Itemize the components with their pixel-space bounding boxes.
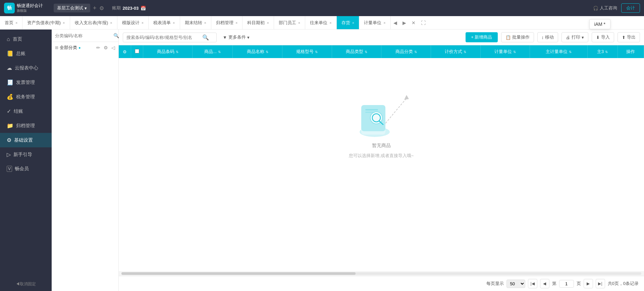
col-price-method: 计价方式 ⇅ xyxy=(431,45,480,58)
sort-spec[interactable]: ⇅ xyxy=(315,50,318,54)
tab-nav-prev[interactable]: ◀ xyxy=(391,16,400,29)
tab-home[interactable]: 首页 × xyxy=(0,16,22,29)
tab-income[interactable]: 收入支出表(年报) × xyxy=(70,16,117,29)
page-next-button[interactable]: ▶ xyxy=(584,279,593,288)
table-header: ⚙ 商品条码 ⇅ xyxy=(119,45,644,58)
sort-barcode[interactable]: ⇅ xyxy=(176,50,178,54)
category-search-input[interactable] xyxy=(55,33,111,38)
category-search-icon[interactable]: 🔍 xyxy=(113,33,119,38)
sort-category[interactable]: ⇅ xyxy=(414,50,417,54)
tab-close-balance[interactable]: × xyxy=(63,21,65,25)
add-category-icon[interactable]: ⚙ xyxy=(104,45,108,50)
sidebar-item-tax[interactable]: 💰 税务管理 xyxy=(0,90,52,104)
batch-icon: 📋 xyxy=(505,35,511,40)
scroll-thumb[interactable] xyxy=(121,272,356,275)
sidebar-toggle-pin[interactable]: ◀取消固定 xyxy=(0,277,52,291)
left-panel: 🔍 ⊞ 全部分类 ● ✏ ⚙ ◁ xyxy=(52,30,119,291)
tax-icon: 💰 xyxy=(7,94,13,100)
filter-dropdown-icon: ▾ xyxy=(247,35,250,40)
collapse-panel-icon[interactable]: ◁ xyxy=(111,45,115,50)
col-code: 商品... ⇅ xyxy=(193,45,233,58)
sidebar-item-invoice[interactable]: 🧾 发票管理 xyxy=(0,75,52,90)
tab-close-tax[interactable]: × xyxy=(173,21,175,25)
add-tab-button[interactable]: + xyxy=(93,5,97,12)
page-number-input[interactable] xyxy=(559,280,574,288)
move-button[interactable]: ↕ 移动 xyxy=(537,32,558,42)
tab-close-unit[interactable]: × xyxy=(383,21,385,25)
product-search-input[interactable] xyxy=(126,35,200,40)
sidebar-item-ledger[interactable]: 📒 总账 xyxy=(0,46,52,61)
sort-price[interactable]: ⇅ xyxy=(464,50,466,54)
tab-close-period[interactable]: × xyxy=(204,21,206,25)
tab-close-customer[interactable]: × xyxy=(329,21,331,25)
sort-code[interactable]: ⇅ xyxy=(218,50,221,54)
sidebar-item-settings[interactable]: ⚙ 基础设置 xyxy=(0,133,52,147)
sidebar-item-guide[interactable]: ▷ 新手引导 xyxy=(0,147,52,162)
sort-main3[interactable]: ⇅ xyxy=(605,50,608,54)
sort-type[interactable]: ⇅ xyxy=(365,50,367,54)
tab-dept[interactable]: 部门员工 × xyxy=(274,16,305,29)
category-search-area: 🔍 xyxy=(52,30,118,42)
tab-balance[interactable]: 资产负债表(中期) × xyxy=(22,16,70,29)
tab-close-all[interactable]: ✕ xyxy=(409,16,418,29)
page-last-button[interactable]: ▶| xyxy=(596,279,605,288)
col-unit: 计量单位 ⇅ xyxy=(480,45,530,58)
tab-close-archive[interactable]: × xyxy=(235,21,237,25)
logo-area: 畅 畅捷通好会计 旗舰版 xyxy=(4,3,51,13)
tab-unit[interactable]: 计量单位 × xyxy=(359,16,390,29)
tab-expand[interactable]: ⛶ xyxy=(418,16,428,29)
account-button[interactable]: 会计 xyxy=(621,3,640,13)
page-prev-button[interactable]: ◀ xyxy=(540,279,549,288)
page-size-select[interactable]: 20 50 100 xyxy=(506,280,525,288)
tab-customer[interactable]: 往来单位 × xyxy=(305,16,336,29)
col-spec: 规格型号 ⇅ xyxy=(282,45,332,58)
tab-template[interactable]: 模版设计 × xyxy=(117,16,149,29)
batch-operation-button[interactable]: 📋 批量操作 xyxy=(501,32,534,42)
tab-period-close[interactable]: 期末结转 × xyxy=(180,16,211,29)
tab-nav-next[interactable]: ▶ xyxy=(400,16,409,29)
sort-unit[interactable]: ⇅ xyxy=(513,50,516,54)
col-main-unit: 主计量单位 ⇅ xyxy=(530,45,587,58)
edit-category-icon[interactable]: ✏ xyxy=(96,45,100,50)
sidebar-item-home[interactable]: ⌂ 首页 xyxy=(0,32,52,46)
iam-badge[interactable]: iAM * xyxy=(589,19,610,29)
page-first-button[interactable]: |◀ xyxy=(528,279,537,288)
company-selector[interactable]: 基层工会测试 ▾ xyxy=(54,4,90,12)
tab-subject[interactable]: 科目期初 × xyxy=(243,16,274,29)
tab-archive[interactable]: 归档管理 × xyxy=(211,16,243,29)
sidebar-item-member[interactable]: V 畅会员 xyxy=(0,162,52,176)
tab-close-home[interactable]: × xyxy=(15,21,17,25)
sidebar-item-reports[interactable]: ☁ 云报表中心 xyxy=(0,61,52,75)
tab-tax[interactable]: 税表清单 × xyxy=(149,16,180,29)
company-name: 基层工会测试 xyxy=(57,5,83,11)
horizontal-scrollbar[interactable] xyxy=(119,271,644,276)
tab-inventory[interactable]: 存货 × xyxy=(337,16,359,29)
tab-close-dept[interactable]: × xyxy=(298,21,300,25)
import-button[interactable]: ⬇ 导入 xyxy=(592,32,614,42)
export-button[interactable]: ⬆ 导出 xyxy=(618,32,640,42)
app-edition: 旗舰版 xyxy=(17,8,43,13)
calendar-icon[interactable]: 📅 xyxy=(141,6,146,11)
settings-icon[interactable]: ⚙ xyxy=(99,5,104,11)
select-all-checkbox[interactable] xyxy=(135,49,139,53)
app-name: 畅捷通好会计 xyxy=(17,3,43,8)
col-checkbox[interactable] xyxy=(131,45,143,58)
print-button[interactable]: 🖨 打印 ▾ xyxy=(561,32,588,42)
move-icon: ↕ xyxy=(542,35,544,40)
sidebar-item-archive[interactable]: 📁 归档管理 xyxy=(0,118,52,133)
all-categories-label[interactable]: 全部分类 xyxy=(60,45,77,51)
sort-main-unit[interactable]: ⇅ xyxy=(569,50,572,54)
tab-close-subject[interactable]: × xyxy=(267,21,269,25)
add-product-button[interactable]: + 新增商品 xyxy=(466,32,497,42)
tab-close-template[interactable]: × xyxy=(142,21,144,25)
filter-button[interactable]: ▼ 更多条件 ▾ xyxy=(220,33,252,42)
sort-name[interactable]: ⇅ xyxy=(266,50,268,54)
tab-close-income[interactable]: × xyxy=(110,21,112,25)
svg-rect-7 xyxy=(365,109,378,110)
sidebar-item-closing[interactable]: ✓ 结账 xyxy=(0,104,52,118)
service-button[interactable]: 🎧 人工咨询 xyxy=(593,5,617,11)
product-search-icon[interactable]: 🔍 xyxy=(202,34,209,41)
closing-icon: ✓ xyxy=(7,108,11,114)
tab-close-inventory[interactable]: × xyxy=(352,21,354,25)
col-settings-gear[interactable]: ⚙ xyxy=(119,45,131,58)
